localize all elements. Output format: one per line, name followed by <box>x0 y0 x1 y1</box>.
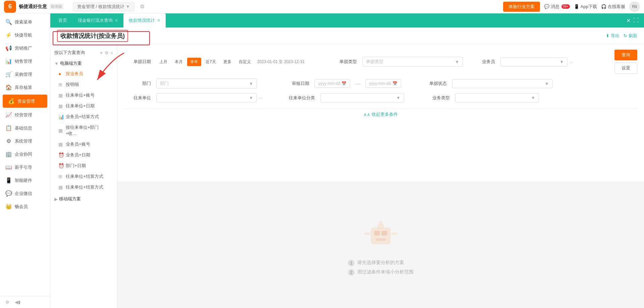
group-expand-icon: ▼ <box>54 61 59 66</box>
partner-control: ▼ ··· <box>156 93 263 102</box>
svg-rect-1 <box>374 231 380 236</box>
sidebar-item-operations[interactable]: 📈 经营管理 <box>0 108 50 121</box>
scheme-group-mobile-title[interactable]: ▶ 移动端方案 <box>50 194 117 204</box>
scheme-item-dept-date[interactable]: ⏰ 部门+日期 <box>50 160 117 171</box>
avatar[interactable]: Rit <box>629 1 640 12</box>
scheme-item-unit-dept-collect[interactable]: ▦ 按往来单位+部门+收... <box>50 122 117 139</box>
quick-nav-icon: ⚡ <box>5 32 12 38</box>
messages-btn[interactable]: 💬 消息 99+ <box>544 4 570 10</box>
scheme-item-by-salesperson[interactable]: ● 按业务员 <box>50 68 117 79</box>
date-tab-last7[interactable]: 近7天 <box>203 58 219 66</box>
sidebar-item-sales[interactable]: 📊 销售管理 <box>0 55 50 68</box>
salesperson-control: ▼ ··· <box>500 57 573 66</box>
review-date-end[interactable]: yyyy-mm-dd 📅 <box>365 79 401 88</box>
enterprise-icon: 🏢 <box>5 151 12 157</box>
scheme-group-pc: ▼ 电脑端方案 ● 按业务员 ⊞ 按明细 ▦ 往 <box>50 58 117 193</box>
tab-bank-flow-close[interactable]: ✕ <box>115 18 118 23</box>
scheme-settings-icon[interactable]: ⚙ <box>105 50 109 55</box>
scheme-item-by-detail[interactable]: ⊞ 按明细 <box>50 79 117 90</box>
tab-home[interactable]: 首页 <box>53 13 72 28</box>
sidebar-item-wechat[interactable]: 💬 企业微信 <box>0 187 50 200</box>
review-date-label: 审核日期 <box>282 81 309 87</box>
online-service-btn[interactable]: 🎧 在线客服 <box>601 4 625 10</box>
date-tab-this-year[interactable]: 本年 <box>187 58 201 66</box>
status-arrow: ▼ <box>545 81 549 86</box>
sidebar-item-member[interactable]: 👑 畅会员 <box>0 200 50 213</box>
doc-status-select[interactable]: ▼ <box>452 79 553 88</box>
download-icon: 📱 <box>574 4 579 9</box>
partner-select[interactable]: ▼ <box>156 93 257 102</box>
refresh-icon: ↻ <box>624 33 627 38</box>
top-header: 6 畅捷通好生意 标准版 资金管理 / 收款情况统计 ▼ ⚙ 体验行业方案 💬 … <box>0 0 644 13</box>
empty-tips: 1 请先选择要分析的方案 2 用过滤条件来缩小分析范围 <box>348 260 414 276</box>
dept-select[interactable]: 部门 ▼ <box>156 79 257 89</box>
wechat-icon: 💬 <box>5 190 12 197</box>
scheme-item-unit-account[interactable]: ▦ 往来单位+账号 <box>50 90 117 101</box>
app-download-btn[interactable]: 📱 App下载 <box>574 4 597 10</box>
review-date-start[interactable]: yyyy-mm-dd 📅 <box>315 79 350 88</box>
content-area: 首页 现金银行流水查询 ✕ 收款情况统计 ✕ ✕ ⛶ 收款情况统计(按业务员) <box>50 13 644 308</box>
date-tab-custom[interactable]: 自定义 <box>236 58 254 66</box>
svg-rect-6 <box>364 233 370 235</box>
page-body: 按以下方案查询 + ⚙ « ▼ 电脑端方案 <box>50 44 644 308</box>
sidebar-item-quick-nav[interactable]: ⚡ 快捷导航 <box>0 29 50 42</box>
tab-collection-close[interactable]: ✕ <box>157 18 160 23</box>
dept-label: 部门 <box>124 81 151 87</box>
salesperson-more-btn[interactable]: ··· <box>570 59 573 64</box>
empty-illustration <box>361 214 401 254</box>
date-control: 上月 本月 本年 近7天 <box>156 58 305 66</box>
mobile-group-expand-icon: ▶ <box>54 197 58 202</box>
app-name: 畅捷通好生意 <box>19 4 47 10</box>
sidebar-item-purchase[interactable]: 🛒 采购管理 <box>0 68 50 81</box>
partner-class-select[interactable]: ▼ <box>320 93 404 102</box>
sidebar-collapse-btn[interactable]: ◀▮ <box>15 300 20 305</box>
doc-type-select[interactable]: 单据类型 ▼ <box>362 57 463 67</box>
sidebar-item-search-menu[interactable]: 🔍 搜索菜单 <box>0 15 50 29</box>
collapse-bar[interactable]: ∧∧ 收起更多条件 <box>124 108 637 120</box>
unit-account-icon: ▦ <box>58 93 64 98</box>
sidebar-item-marketing[interactable]: 📢 营销推广 <box>0 42 50 55</box>
biz-type-select[interactable]: ▼ <box>455 93 539 102</box>
sidebar-item-guide[interactable]: 📖 新手引导 <box>0 161 50 174</box>
sidebar-item-system[interactable]: ⚙ 系统管理 <box>0 135 50 148</box>
dept-arrow: ▼ <box>249 81 253 86</box>
scheme-item-unit-date[interactable]: ▦ 往来单位+日期 <box>50 101 117 111</box>
empty-tip-1: 1 请先选择要分析的方案 <box>348 260 414 266</box>
scheme-item-unit-payment2[interactable]: ⊞ 往来单位+结算方式 <box>50 171 117 182</box>
date-tab-more[interactable]: 更多 <box>220 58 234 66</box>
export-btn[interactable]: ⬆ 导出 <box>606 33 620 39</box>
sidebar-item-basic-info[interactable]: 📋 基础信息 <box>0 121 50 135</box>
export-icon: ⬆ <box>606 33 609 38</box>
scheme-collapse-icon[interactable]: « <box>111 50 113 55</box>
header-settings-icon[interactable]: ⚙ <box>140 3 145 10</box>
tab-bar: 首页 现金银行流水查询 ✕ 收款情况统计 ✕ ✕ ⛶ <box>50 13 644 28</box>
scheme-item-salesperson-date[interactable]: ⏰ 业务员+日期 <box>50 150 117 160</box>
tab-collection-stats[interactable]: 收款情况统计 ✕ <box>123 13 166 28</box>
doc-status-label: 单据状态 <box>420 81 447 87</box>
tab-expand-btn[interactable]: ⛶ <box>633 17 639 24</box>
sidebar-item-capital[interactable]: 💰 资金管理 <box>3 95 47 108</box>
date-tab-prev-month[interactable]: 上月 <box>156 58 170 66</box>
tab-close-all-btn[interactable]: ✕ <box>626 17 631 24</box>
query-btn[interactable]: 查询 <box>614 50 637 60</box>
date-tab-this-month[interactable]: 本月 <box>172 58 186 66</box>
tab-bank-flow[interactable]: 现金银行流水查询 ✕ <box>72 13 123 28</box>
sales-icon: 📊 <box>5 58 12 64</box>
sidebar-item-inventory[interactable]: 🏠 库存核算 <box>0 81 50 94</box>
scheme-item-unit-payment3[interactable]: ▦ 往来单位+结算方式 <box>50 182 117 193</box>
sidebar-item-smart-hw[interactable]: 📱 智能硬件 <box>0 174 50 187</box>
scheme-item-salesperson-payment[interactable]: 📊 业务员+结算方式 <box>50 111 117 122</box>
salesperson-select[interactable]: ▼ <box>500 57 568 66</box>
scheme-add-icon[interactable]: + <box>100 50 103 55</box>
scheme-item-salesperson-account[interactable]: ▦ 业务员+账号 <box>50 139 117 150</box>
sidebar-settings-btn[interactable]: ⚙ <box>5 300 9 305</box>
partner-more-btn[interactable]: ··· <box>259 95 263 100</box>
scheme-panel: 按以下方案查询 + ⚙ « ▼ 电脑端方案 <box>50 44 117 308</box>
refresh-btn[interactable]: ↻ 刷新 <box>624 33 637 39</box>
scheme-group-pc-title[interactable]: ▼ 电脑端方案 <box>50 58 117 68</box>
settings-btn[interactable]: 设置 <box>614 62 637 74</box>
trial-btn[interactable]: 体验行业方案 <box>503 2 540 12</box>
tab-actions: ✕ ⛶ <box>624 17 641 24</box>
svg-point-5 <box>379 221 383 225</box>
sidebar-item-enterprise[interactable]: 🏢 企业协同 <box>0 148 50 161</box>
